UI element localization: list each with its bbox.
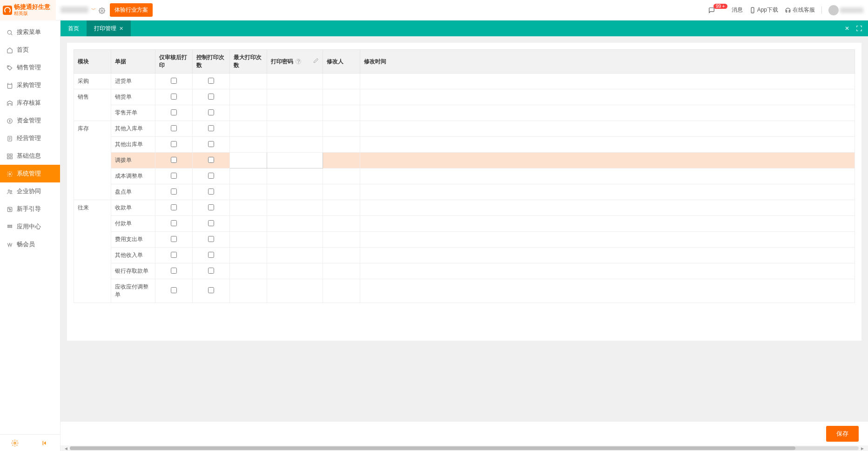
- scroll-thumb[interactable]: [70, 446, 796, 450]
- cell-max: [230, 263, 267, 279]
- checkbox-limit[interactable]: [208, 204, 214, 210]
- app-download-button[interactable]: App下载: [749, 6, 778, 14]
- checkbox-audit[interactable]: [171, 220, 177, 226]
- scroll-right-icon[interactable]: ►: [859, 446, 866, 451]
- svg-point-21: [11, 225, 12, 226]
- gear-icon[interactable]: [99, 6, 105, 13]
- org-selector[interactable]: ﹀: [61, 6, 105, 13]
- table-row: 银行存取款单: [74, 263, 855, 279]
- help-icon[interactable]: ?: [296, 59, 301, 64]
- horizontal-scrollbar[interactable]: ◄ ►: [61, 445, 868, 451]
- sidebar-item-5[interactable]: 资金管理: [0, 112, 60, 129]
- sidebar-item-2[interactable]: 销售管理: [0, 59, 60, 76]
- industry-plan-button[interactable]: 体验行业方案: [110, 3, 153, 17]
- cell-doc: 付款单: [111, 216, 155, 232]
- checkbox-limit[interactable]: [208, 157, 214, 163]
- sidebar-item-8[interactable]: 系统管理: [0, 165, 60, 182]
- messages-button[interactable]: 99 + 消息: [708, 6, 743, 14]
- cell-pwd: [267, 200, 323, 216]
- settings-icon[interactable]: [11, 439, 19, 447]
- cell-mtime: [360, 200, 855, 216]
- sidebar: 搜索菜单首页销售管理采购管理库存核算资金管理经营管理基础信息系统管理企业协同新手…: [0, 20, 61, 451]
- sidebar-footer: [0, 434, 60, 451]
- th-audit: 仅审核后打印: [155, 50, 193, 74]
- svg-point-25: [14, 442, 16, 444]
- table-row: 采购进货单: [74, 74, 855, 89]
- checkbox-audit[interactable]: [171, 236, 177, 242]
- checkbox-limit[interactable]: [208, 109, 214, 115]
- checkbox-audit[interactable]: [171, 157, 177, 163]
- tab-print-management[interactable]: 打印管理 ✕: [87, 20, 131, 36]
- cell-module: 库存: [74, 121, 111, 200]
- th-limit: 控制打印次数: [193, 50, 230, 74]
- checkbox-limit[interactable]: [208, 252, 214, 258]
- svg-rect-12: [10, 154, 12, 156]
- cell-max: [230, 279, 267, 303]
- checkbox-audit[interactable]: [171, 125, 177, 131]
- checkbox-audit[interactable]: [171, 268, 177, 274]
- table-row: 库存其他入库单: [74, 121, 855, 137]
- checkbox-audit[interactable]: [171, 173, 177, 179]
- scroll-left-icon[interactable]: ◄: [62, 446, 70, 451]
- edit-column-icon[interactable]: [313, 58, 319, 63]
- collapse-icon[interactable]: [41, 439, 49, 447]
- checkbox-audit[interactable]: [171, 141, 177, 147]
- checkbox-limit[interactable]: [208, 173, 214, 179]
- app-download-label: App下载: [757, 6, 778, 14]
- sidebar-item-9[interactable]: 企业协同: [0, 182, 60, 200]
- cell-max-input[interactable]: [230, 153, 267, 168]
- customer-service-button[interactable]: 在线客服: [785, 6, 815, 14]
- cell-limit: [193, 153, 230, 168]
- sidebar-item-0[interactable]: 搜索菜单: [0, 23, 60, 41]
- sidebar-item-6[interactable]: 经营管理: [0, 129, 60, 147]
- sidebar-item-12[interactable]: 畅会员: [0, 236, 60, 253]
- sidebar-item-3[interactable]: 采购管理: [0, 76, 60, 94]
- tab-home[interactable]: 首页: [61, 20, 87, 36]
- cell-pwd: [267, 168, 323, 184]
- svg-rect-13: [7, 157, 9, 159]
- tab-close-all-icon[interactable]: ✕: [845, 25, 849, 32]
- cell-mtime: [360, 153, 855, 168]
- checkbox-limit[interactable]: [208, 141, 214, 147]
- svg-line-4: [11, 34, 13, 35]
- svg-point-16: [8, 190, 10, 192]
- checkbox-limit[interactable]: [208, 188, 214, 195]
- cell-pwd-input[interactable]: [267, 153, 323, 168]
- sidebar-item-10[interactable]: 新手引导: [0, 200, 60, 218]
- checkbox-audit[interactable]: [171, 287, 177, 293]
- checkbox-audit[interactable]: [171, 109, 177, 115]
- checkbox-audit[interactable]: [171, 204, 177, 210]
- cell-doc: 费用支出单: [111, 232, 155, 248]
- scroll-track[interactable]: [70, 446, 859, 450]
- checkbox-audit[interactable]: [171, 252, 177, 258]
- checkbox-audit[interactable]: [171, 188, 177, 195]
- cell-pwd: [267, 184, 323, 200]
- checkbox-limit[interactable]: [208, 125, 214, 131]
- org-name-blurred: [61, 7, 88, 13]
- svg-rect-26: [42, 441, 43, 445]
- cell-limit: [193, 168, 230, 184]
- checkbox-limit[interactable]: [208, 268, 214, 274]
- logo-title: 畅捷通好生意: [14, 3, 50, 10]
- close-icon[interactable]: ✕: [119, 26, 123, 32]
- cell-pwd: [267, 248, 323, 263]
- checkbox-limit[interactable]: [208, 287, 214, 293]
- table-row: 费用支出单: [74, 232, 855, 248]
- checkbox-limit[interactable]: [208, 78, 214, 84]
- phone-icon: [749, 7, 756, 13]
- sidebar-item-11[interactable]: 应用中心: [0, 218, 60, 236]
- save-button[interactable]: 保存: [826, 426, 859, 442]
- checkbox-limit[interactable]: [208, 94, 214, 100]
- checkbox-limit[interactable]: [208, 220, 214, 226]
- doc-icon: [7, 135, 13, 142]
- sidebar-item-7[interactable]: 基础信息: [0, 147, 60, 165]
- cell-doc: 进货单: [111, 74, 155, 89]
- checkbox-audit[interactable]: [171, 94, 177, 100]
- sidebar-item-1[interactable]: 首页: [0, 41, 60, 59]
- checkbox-limit[interactable]: [208, 236, 214, 242]
- cell-doc: 收款单: [111, 200, 155, 216]
- fullscreen-icon[interactable]: [856, 25, 862, 32]
- checkbox-audit[interactable]: [171, 78, 177, 84]
- user-menu[interactable]: [828, 5, 863, 15]
- sidebar-item-4[interactable]: 库存核算: [0, 94, 60, 112]
